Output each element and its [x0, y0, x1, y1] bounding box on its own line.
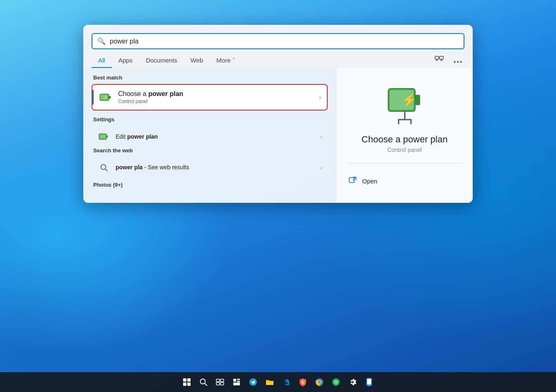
svg-text:⚡: ⚡ [103, 94, 109, 100]
svg-text:⚡: ⚡ [401, 93, 417, 108]
svg-point-38 [318, 381, 321, 383]
settings-power-icon [97, 130, 111, 143]
svg-point-4 [460, 61, 462, 63]
settings-edit-power-item[interactable]: Edit power plan › [92, 126, 328, 147]
photos-label: Photos (9+) [92, 182, 336, 188]
svg-rect-1 [440, 56, 443, 59]
taskbar: b [0, 372, 556, 392]
person-switch-icon[interactable] [432, 54, 446, 67]
open-action[interactable]: Open [346, 172, 463, 190]
svg-point-2 [454, 61, 456, 63]
tabs-row: All Apps Documents Web More ˅ [83, 49, 473, 68]
svg-rect-10 [106, 135, 108, 137]
web-search-item[interactable]: power pla - See web results › [92, 157, 328, 178]
svg-rect-22 [349, 178, 354, 183]
best-match-subtitle: Control panel [118, 99, 183, 104]
svg-rect-42 [367, 379, 371, 385]
settings-chevron-icon: › [320, 134, 322, 140]
web-search-label: Search the web [92, 147, 336, 154]
svg-rect-33 [220, 382, 224, 385]
svg-rect-32 [216, 382, 220, 385]
svg-point-43 [369, 385, 370, 386]
tab-web[interactable]: Web [184, 53, 210, 68]
best-match-text: Choose a power plan Control panel [118, 90, 183, 104]
svg-line-13 [105, 169, 107, 171]
detail-title: Choose a power plan [362, 134, 448, 145]
taskbar-edge[interactable] [279, 375, 294, 390]
tab-more[interactable]: More ˅ [210, 53, 241, 68]
tabs-right-actions [432, 54, 464, 67]
best-match-power-icon: ⚡ [98, 90, 113, 105]
svg-line-29 [205, 383, 207, 386]
search-input[interactable] [110, 38, 459, 45]
web-search-icon [97, 161, 111, 174]
best-match-item[interactable]: ⚡ Choose a power plan Control panel › [92, 84, 328, 111]
taskbar-start[interactable] [179, 375, 194, 390]
svg-rect-25 [187, 378, 191, 382]
left-panel: Best match ⚡ [83, 68, 336, 203]
detail-divider [346, 163, 463, 164]
tab-apps[interactable]: Apps [112, 53, 139, 68]
svg-rect-0 [435, 56, 439, 59]
taskbar-spotify[interactable] [329, 375, 343, 390]
content-area: Best match ⚡ [83, 68, 473, 203]
taskbar-taskview[interactable] [213, 375, 227, 390]
settings-edit-power-text: Edit power plan [116, 133, 315, 140]
taskbar-search[interactable] [196, 375, 211, 390]
taskbar-telegram[interactable] [246, 375, 261, 390]
svg-rect-30 [216, 379, 220, 382]
best-match-chevron-icon: › [319, 94, 321, 101]
search-bar-container: 🔍 [83, 25, 473, 49]
tab-documents[interactable]: Documents [139, 53, 184, 68]
search-icon: 🔍 [97, 37, 106, 45]
right-panel: ⚡ Choose a power plan Control panel Open [336, 68, 473, 203]
taskbar-brave[interactable]: b [295, 375, 310, 390]
web-search-chevron-icon: › [320, 165, 322, 171]
svg-point-3 [457, 61, 459, 63]
taskbar-chrome[interactable] [312, 375, 327, 390]
taskbar-settings[interactable] [345, 375, 360, 390]
svg-rect-24 [183, 378, 186, 382]
search-bar: 🔍 [92, 33, 464, 49]
search-popup: 🔍 All Apps Documents Web More ˅ [83, 25, 473, 203]
open-icon [349, 176, 357, 186]
detail-icon: ⚡ [384, 80, 425, 127]
tab-all[interactable]: All [92, 53, 112, 68]
svg-rect-6 [109, 96, 111, 99]
svg-rect-27 [187, 382, 191, 386]
best-match-label: Best match [92, 75, 336, 81]
svg-rect-11 [100, 135, 106, 139]
settings-label: Settings [92, 116, 336, 123]
best-match-title: Choose a power plan [118, 90, 183, 98]
svg-point-40 [351, 381, 354, 383]
detail-subtitle: Control panel [387, 147, 422, 153]
svg-text:b: b [302, 380, 304, 385]
taskbar-files[interactable] [262, 375, 277, 390]
taskbar-phone[interactable] [362, 375, 377, 390]
more-options-icon[interactable] [451, 55, 464, 67]
web-search-text: power pla - See web results [116, 164, 315, 172]
taskbar-widgets[interactable] [229, 375, 244, 390]
open-label: Open [362, 178, 377, 185]
svg-rect-31 [220, 379, 224, 382]
more-chevron-icon: ˅ [232, 58, 235, 63]
svg-rect-26 [183, 382, 186, 386]
